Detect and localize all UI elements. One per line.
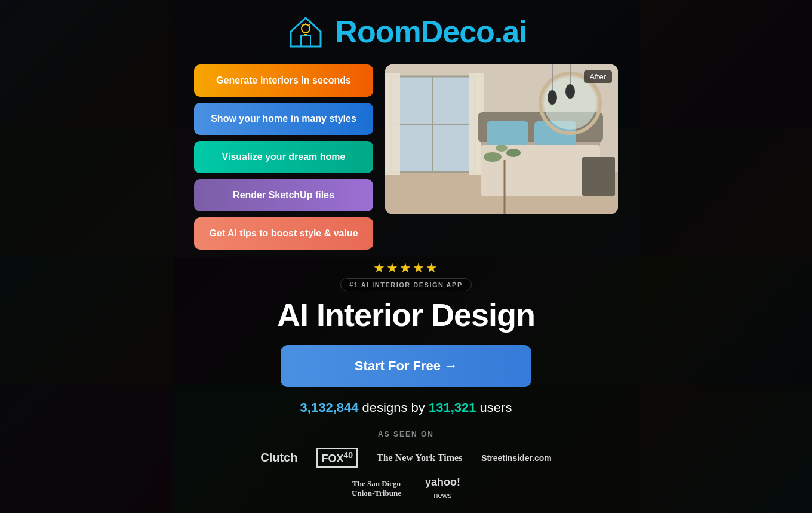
stars-row: ★★★★★ #1 AI INTERIOR DESIGN APP	[340, 260, 472, 291]
users-count: 131,321	[429, 400, 476, 415]
svg-rect-0	[301, 36, 310, 47]
svg-point-1	[302, 24, 310, 33]
press-row-2: The San DiegoUnion-Tribune yahoo!news	[260, 476, 552, 501]
main-row: Generate interiors in seconds Show your …	[194, 64, 618, 250]
svg-point-30	[496, 145, 508, 152]
users-text: users	[480, 400, 512, 415]
after-badge: After	[584, 70, 612, 83]
svg-line-5	[309, 24, 310, 26]
stats-row: 3,132,844 designs by 131,321 users	[300, 400, 512, 416]
feature-btn-tips[interactable]: Get AI tips to boost style & value	[194, 217, 373, 250]
logo-row: RoomDeco.ai	[285, 11, 527, 53]
svg-line-6	[302, 24, 303, 26]
logo-text: RoomDeco.ai	[335, 14, 527, 50]
main-content: RoomDeco.ai Generate interiors in second…	[0, 0, 812, 509]
as-seen-label: AS SEEN ON	[260, 430, 552, 438]
feature-btn-generate[interactable]: Generate interiors in seconds	[194, 64, 373, 97]
press-logo-nyt: The New York Times	[377, 453, 462, 463]
svg-point-29	[506, 149, 521, 157]
press-logo-fox: FOX40	[316, 448, 358, 468]
press-logo-yahoo: yahoo!news	[425, 476, 460, 501]
cta-button[interactable]: Start For Free →	[281, 345, 531, 387]
headline: AI Interior Design	[277, 296, 535, 333]
feature-btn-sketchup[interactable]: Render SketchUp files	[194, 179, 373, 211]
feature-btn-visualize[interactable]: Visualize your dream home	[194, 141, 373, 173]
press-row-1: Clutch FOX40 The New York Times StreetIn…	[260, 448, 552, 468]
feature-buttons: Generate interiors in seconds Show your …	[194, 64, 373, 250]
svg-point-25	[565, 84, 575, 99]
app-badge: #1 AI INTERIOR DESIGN APP	[340, 278, 472, 291]
svg-point-23	[548, 90, 557, 105]
svg-point-28	[484, 152, 502, 162]
room-image	[385, 64, 618, 214]
stars: ★★★★★	[373, 260, 439, 276]
logo-icon	[285, 11, 327, 53]
svg-rect-17	[487, 121, 528, 145]
svg-rect-26	[582, 157, 615, 196]
feature-btn-styles[interactable]: Show your home in many styles	[194, 103, 373, 135]
as-seen-on: AS SEEN ON Clutch FOX40 The New York Tim…	[260, 430, 552, 501]
room-image-container: After	[385, 64, 618, 214]
designs-count: 3,132,844	[300, 400, 359, 415]
press-logo-tribune: The San DiegoUnion-Tribune	[352, 479, 401, 498]
press-logo-clutch: Clutch	[260, 451, 297, 465]
press-logo-street: StreetInsider.com	[481, 453, 552, 463]
svg-rect-13	[385, 73, 400, 175]
designs-text: designs by	[362, 400, 425, 415]
